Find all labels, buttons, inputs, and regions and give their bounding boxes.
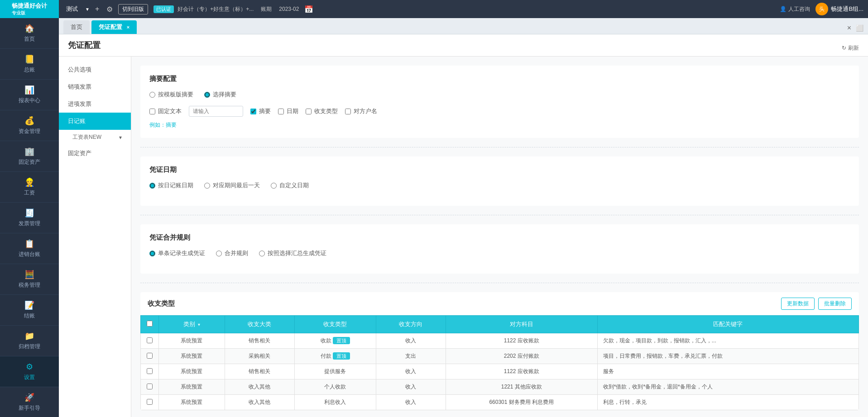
date-radio-group: 按日记账日期 对应期间最后一天 自定义日期: [149, 181, 850, 190]
checkbox-summary[interactable]: 摘要: [250, 107, 271, 115]
tab-home[interactable]: 首页: [63, 20, 90, 34]
table-row: 系统预置 销售相关 提供服务 收入 1122 应收账款 服务: [141, 364, 859, 379]
radio-select-input[interactable]: [204, 92, 210, 98]
checkbox-counterpart[interactable]: 对方户名: [345, 107, 377, 115]
settings-icon[interactable]: ⚙: [105, 5, 115, 14]
row-checkbox[interactable]: [147, 353, 153, 359]
radio-merge[interactable]: 合并规则: [216, 249, 248, 257]
consult-button[interactable]: 👤 人工咨询: [780, 5, 810, 13]
radio-custom[interactable]: 自定义日期: [271, 181, 309, 190]
window-restore-icon[interactable]: ⬜: [856, 24, 863, 32]
radio-summary-input[interactable]: [259, 251, 265, 256]
user-info[interactable]: 头 畅捷通B组...: [815, 3, 863, 15]
row-keywords: 项目，日常费用，报销款，车费，承兑汇票，付款: [597, 349, 858, 364]
tab-voucher-config[interactable]: 凭证配置 ×: [91, 20, 137, 34]
radio-last-day-input[interactable]: [204, 183, 210, 189]
radio-custom-input[interactable]: [271, 183, 277, 189]
radio-template[interactable]: 按模板版摘要: [149, 90, 193, 99]
row-checkbox-cell[interactable]: [141, 395, 159, 410]
sidebar-item-tax[interactable]: 🧮 税务管理: [0, 264, 59, 295]
radio-last-day[interactable]: 对应期间最后一天: [204, 181, 260, 190]
menu-item-purchase-invoice[interactable]: 进项发票: [59, 95, 131, 113]
row-type: 提供服务: [294, 364, 376, 379]
type-checkbox[interactable]: [306, 109, 312, 114]
row-checkbox[interactable]: [147, 384, 153, 389]
radio-summary[interactable]: 按照选择汇总生成凭证: [259, 249, 326, 257]
menu-label: 日记账: [68, 118, 86, 124]
sidebar-item-label: 税务管理: [19, 281, 40, 289]
page-content: 凭证配置 ↻ 刷新 公共选项 销项发票 进项发票: [59, 34, 868, 417]
sidebar-item-assets[interactable]: 🏢 固定资产: [0, 141, 59, 172]
refresh-button[interactable]: ↻ 刷新: [842, 44, 859, 52]
row-category: 系统预置: [159, 364, 225, 379]
row-checkbox[interactable]: [147, 337, 153, 343]
th-keywords: 匹配关键字: [597, 316, 858, 333]
row-checkbox-cell[interactable]: [141, 333, 159, 349]
sidebar-item-funds[interactable]: 💰 资金管理: [0, 110, 59, 141]
tab-close-button[interactable]: ×: [127, 24, 129, 30]
row-checkbox-cell[interactable]: [141, 364, 159, 379]
refresh-icon: ↻: [842, 45, 846, 51]
radio-by-date[interactable]: 按日记账日期: [149, 181, 193, 190]
calendar-icon[interactable]: 📅: [302, 5, 315, 14]
sidebar-item-close[interactable]: 📝 结账: [0, 295, 59, 326]
sidebar-item-archive[interactable]: 📁 归档管理: [0, 326, 59, 356]
update-data-button[interactable]: 更新数据: [781, 298, 815, 310]
period-value: 2023-02: [279, 6, 299, 12]
reset-tag[interactable]: 置顶: [333, 337, 350, 344]
fixed-text-checkbox[interactable]: [149, 109, 155, 114]
checkbox-date[interactable]: 日期: [278, 107, 298, 115]
sales-icon: 📋: [24, 239, 34, 249]
menu-item-diary[interactable]: 日记账: [59, 113, 131, 130]
batch-delete-button[interactable]: 批量删除: [818, 298, 852, 310]
checkbox-type[interactable]: 收支类型: [306, 107, 338, 115]
user-avatar: 头: [815, 3, 828, 15]
module-dropdown-arrow[interactable]: ▼: [85, 7, 90, 12]
row-checkbox[interactable]: [147, 399, 153, 405]
reset-tag[interactable]: 置顶: [333, 352, 350, 360]
th-category[interactable]: 类别 ▾: [159, 316, 225, 333]
switch-version-button[interactable]: 切到旧版: [118, 4, 148, 14]
sidebar-item-ledger[interactable]: 📒 总账: [0, 49, 59, 80]
sidebar-item-reports[interactable]: 📊 报表中心: [0, 80, 59, 110]
row-direction: 收入: [376, 333, 446, 349]
menu-item-fixed-assets[interactable]: 固定资产: [59, 145, 131, 162]
summary-checkbox[interactable]: [250, 109, 256, 114]
menu-label: 进项发票: [68, 100, 91, 107]
table-row: 系统预置 收入其他 个人收款 收入 1221 其他应收款 收到*借款，收到*备用…: [141, 379, 859, 395]
sidebar-item-invoice[interactable]: 🧾 发票管理: [0, 203, 59, 233]
fixed-text-input[interactable]: [189, 106, 243, 117]
radio-merge-input[interactable]: [216, 251, 222, 256]
sidebar-item-sales[interactable]: 📋 进销台账: [0, 233, 59, 264]
radio-by-date-input[interactable]: [149, 183, 155, 189]
sidebar-item-home[interactable]: 🏠 首页: [0, 18, 59, 49]
sidebar-item-label: 发票管理: [19, 220, 40, 227]
menu-label: 公共选项: [68, 66, 91, 73]
add-button[interactable]: +: [93, 5, 101, 13]
header-checkbox[interactable]: [147, 321, 153, 327]
radio-single[interactable]: 单条记录生成凭证: [149, 249, 205, 257]
current-module[interactable]: 测试: [63, 4, 81, 14]
checkbox-fixed-text[interactable]: 固定文本: [149, 107, 182, 115]
row-checkbox-cell[interactable]: [141, 379, 159, 395]
sidebar-item-settings[interactable]: ⚙ 设置: [0, 356, 59, 387]
th-checkbox[interactable]: [141, 316, 159, 333]
menu-item-public[interactable]: 公共选项: [59, 61, 131, 78]
col-keywords-label: 匹配关键字: [713, 321, 743, 327]
counterpart-checkbox[interactable]: [345, 109, 351, 114]
sidebar-item-salary[interactable]: 👷 工资: [0, 172, 59, 203]
window-close-icon[interactable]: ×: [847, 24, 851, 32]
row-checkbox[interactable]: [147, 368, 153, 374]
radio-template-input[interactable]: [149, 92, 155, 98]
menu-item-sales-invoice[interactable]: 销项发票: [59, 78, 131, 95]
sidebar-item-guide[interactable]: 🚀 新手引导: [0, 387, 59, 417]
row-checkbox-cell[interactable]: [141, 349, 159, 364]
radio-single-input[interactable]: [149, 251, 155, 256]
radio-merge-label: 合并规则: [225, 249, 248, 257]
menu-item-payroll[interactable]: 工资表NEW ▾: [59, 130, 131, 145]
radio-select[interactable]: 选择摘要: [204, 90, 236, 99]
row-category: 系统预置: [159, 349, 225, 364]
row-major: 收入其他: [225, 395, 294, 410]
date-checkbox[interactable]: [278, 109, 284, 114]
assets-icon: 🏢: [24, 147, 34, 156]
